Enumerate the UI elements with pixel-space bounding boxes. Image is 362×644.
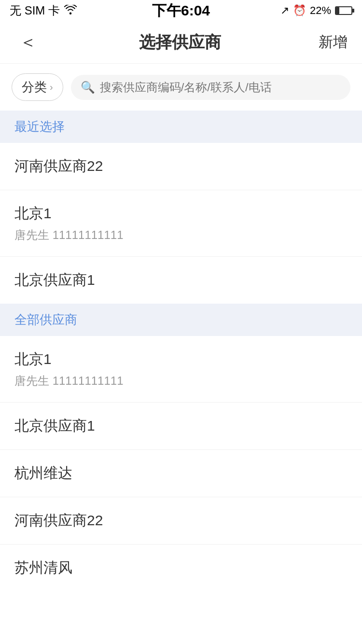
supplier-sections: 最近选择河南供应商22北京1唐先生 11111111111北京供应商1全部供应商… xyxy=(0,111,362,591)
supplier-item[interactable]: 苏州清风 xyxy=(0,545,362,591)
status-time: 下午6:04 xyxy=(152,1,210,21)
category-label: 分类 xyxy=(22,79,47,96)
supplier-list-recent: 河南供应商22北京1唐先生 11111111111北京供应商1 xyxy=(0,143,362,304)
supplier-name: 北京1 xyxy=(14,350,348,369)
status-right: ↗ ⏰ 22% xyxy=(280,4,352,17)
supplier-name: 杭州维达 xyxy=(14,463,348,483)
supplier-item[interactable]: 杭州维达 xyxy=(0,450,362,497)
alarm-icon: ⏰ xyxy=(293,4,306,17)
section-header-all: 全部供应商 xyxy=(0,304,362,336)
supplier-item[interactable]: 河南供应商22 xyxy=(0,497,362,545)
chevron-right-icon: › xyxy=(50,82,53,93)
supplier-name: 苏州清风 xyxy=(14,558,348,578)
status-bar: 无 SIM 卡 下午6:04 ↗ ⏰ 22% xyxy=(0,0,362,21)
sim-status: 无 SIM 卡 xyxy=(10,3,60,18)
search-bar: 分类 › 🔍 xyxy=(0,64,362,111)
supplier-name: 北京供应商1 xyxy=(14,270,348,290)
supplier-name: 北京1 xyxy=(14,204,348,224)
status-left: 无 SIM 卡 xyxy=(10,3,77,18)
add-button[interactable]: 新增 xyxy=(319,32,348,52)
supplier-item[interactable]: 河南供应商22 xyxy=(0,143,362,190)
page-title: 选择供应商 xyxy=(139,31,221,54)
supplier-item[interactable]: 北京供应商1 xyxy=(0,403,362,450)
supplier-name: 北京供应商1 xyxy=(14,416,348,436)
search-input[interactable] xyxy=(100,81,341,94)
wifi-icon xyxy=(64,4,77,17)
category-button[interactable]: 分类 › xyxy=(12,73,63,101)
supplier-name: 河南供应商22 xyxy=(14,156,348,176)
supplier-name: 河南供应商22 xyxy=(14,511,348,531)
supplier-item[interactable]: 北京供应商1 xyxy=(0,257,362,304)
supplier-item[interactable]: 北京1唐先生 11111111111 xyxy=(0,336,362,403)
search-icon: 🔍 xyxy=(81,81,95,94)
supplier-contact: 唐先生 11111111111 xyxy=(14,227,348,243)
supplier-contact: 唐先生 11111111111 xyxy=(14,373,348,389)
battery-status: 22% xyxy=(310,4,331,17)
nav-bar: ＜ 选择供应商 新增 xyxy=(0,21,362,64)
section-header-recent: 最近选择 xyxy=(0,111,362,143)
back-button[interactable]: ＜ xyxy=(14,26,42,59)
search-input-wrapper: 🔍 xyxy=(71,75,350,100)
battery-icon xyxy=(335,6,352,15)
location-icon: ↗ xyxy=(280,4,289,17)
supplier-list-all: 北京1唐先生 11111111111北京供应商1杭州维达河南供应商22苏州清风 xyxy=(0,336,362,591)
supplier-item[interactable]: 北京1唐先生 11111111111 xyxy=(0,190,362,257)
